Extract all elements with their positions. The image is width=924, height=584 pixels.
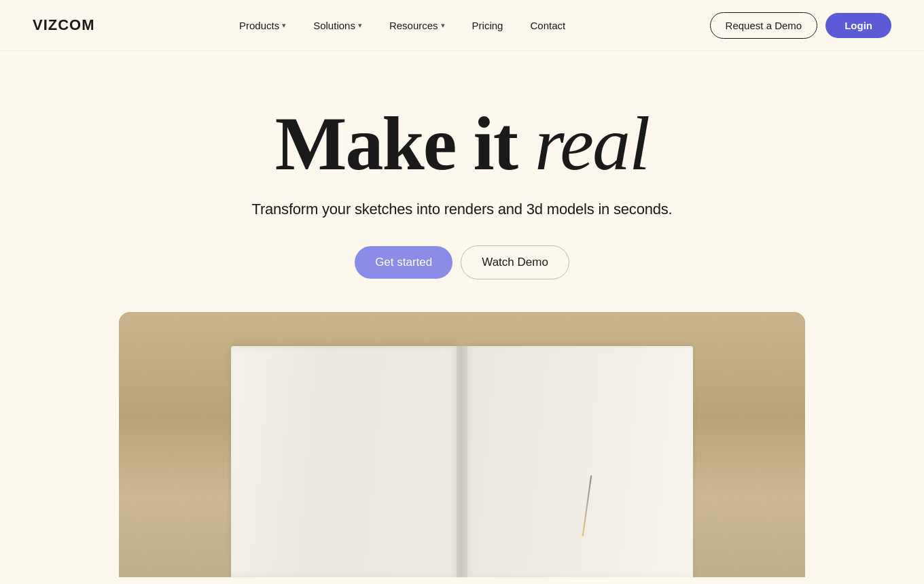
watch-demo-button[interactable]: Watch Demo [461,245,569,279]
main-nav: VIZCOM Products ▾ Solutions ▾ Resources … [0,0,924,51]
notebook-spine [457,346,467,577]
nav-links: Products ▾ Solutions ▾ Resources ▾ Prici… [228,14,576,37]
hero-image [119,312,805,577]
nav-label-pricing: Pricing [472,20,503,31]
chevron-down-icon: ▾ [358,21,362,30]
nav-label-products: Products [239,20,279,31]
notebook-scene [119,312,805,577]
nav-label-resources: Resources [389,20,438,31]
hero-section: Make it real Transform your sketches int… [0,51,924,577]
nav-item-contact[interactable]: Contact [519,14,576,37]
login-button[interactable]: Login [825,13,891,38]
nav-item-pricing[interactable]: Pricing [461,14,514,37]
nav-item-products[interactable]: Products ▾ [228,14,297,37]
hero-heading-part2: real [535,101,649,186]
notebook-right-page [467,346,693,577]
hero-heading-part1: Make it [275,101,517,186]
nav-item-solutions[interactable]: Solutions ▾ [302,14,373,37]
nav-actions: Request a Demo Login [710,12,891,39]
chevron-down-icon: ▾ [282,21,286,30]
hero-heading: Make it real [275,105,649,182]
hero-buttons: Get started Watch Demo [355,245,569,279]
pencil [582,475,592,536]
notebook [231,346,693,577]
request-demo-button[interactable]: Request a Demo [710,12,818,39]
chevron-down-icon: ▾ [441,21,445,30]
notebook-left-page [231,346,457,577]
nav-item-resources[interactable]: Resources ▾ [378,14,456,37]
nav-logo[interactable]: VIZCOM [33,16,95,34]
hero-subtitle: Transform your sketches into renders and… [252,201,673,218]
nav-label-solutions: Solutions [313,20,355,31]
get-started-button[interactable]: Get started [355,246,452,279]
nav-label-contact: Contact [530,20,565,31]
